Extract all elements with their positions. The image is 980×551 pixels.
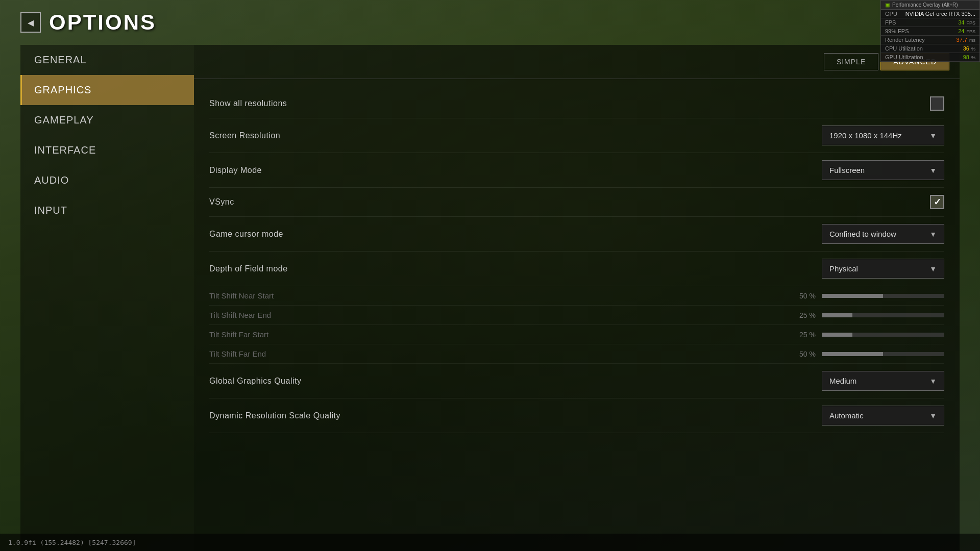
setting-game-cursor-mode: Game cursor mode Confined to window ▼ [209, 217, 944, 252]
perf-value-gpu: NVIDIA GeForce RTX 305... [905, 11, 975, 17]
global-graphics-quality-value: Medium [829, 377, 856, 385]
tilt-shift-far-start-value: 25 % [795, 331, 816, 339]
perf-label-99fps: 99% FPS [885, 28, 909, 34]
tilt-shift-near-end-label: Tilt Shift Near End [209, 311, 311, 319]
global-graphics-quality-dropdown[interactable]: Medium ▼ [822, 371, 944, 391]
perf-label-latency: Render Latency [885, 37, 925, 43]
screen-resolution-control: 980 x 551 x 144Hz ▼ [822, 126, 944, 145]
display-mode-control: Fullscreen ▼ [822, 160, 944, 180]
sidebar-item-audio[interactable]: AUDIO [20, 165, 194, 195]
setting-screen-resolution: Screen Resolution 980 x 551 x 144Hz ▼ [209, 118, 944, 153]
dynamic-resolution-label: Dynamic Resolution Scale Quality [209, 411, 340, 420]
tilt-shift-near-end-right: 25 % [795, 311, 944, 319]
depth-of-field-mode-value: Physical [829, 264, 858, 273]
depth-of-field-mode-label: Depth of Field mode [209, 264, 288, 273]
nvidia-icon: ▣ [885, 2, 890, 8]
show-all-resolutions-label: Show all resolutions [209, 99, 287, 108]
setting-vsync: VSync ✓ [209, 188, 944, 217]
sidebar-item-interface[interactable]: INTERFACE [20, 135, 194, 165]
dynamic-resolution-value: Automatic [829, 411, 864, 420]
sidebar-item-general[interactable]: GENERAL [20, 45, 194, 75]
perf-value-latency: 37.7 ms [957, 37, 975, 43]
display-mode-dropdown[interactable]: Fullscreen ▼ [822, 160, 944, 180]
game-cursor-mode-label: Game cursor mode [209, 230, 283, 239]
display-mode-arrow: ▼ [929, 166, 937, 174]
vsync-check-mark: ✓ [934, 196, 941, 208]
tilt-shift-near-start-value: 50 % [795, 292, 816, 300]
vsync-control: ✓ [930, 195, 944, 209]
screen-resolution-value: 980 x 551 x 144Hz [829, 131, 902, 140]
tilt-shift-near-end-track[interactable] [822, 313, 944, 317]
depth-of-field-mode-dropdown[interactable]: Physical ▼ [822, 259, 944, 279]
setting-depth-of-field-mode: Depth of Field mode Physical ▼ [209, 252, 944, 286]
perf-value-99fps: 24 FPS [958, 28, 975, 34]
tilt-shift-far-start-fill [822, 333, 852, 337]
game-cursor-mode-arrow: ▼ [929, 230, 937, 238]
tilt-shift-far-start-right: 25 % [795, 331, 944, 339]
settings-scroll[interactable]: Show all resolutions Screen Resolution 1… [194, 79, 960, 551]
slider-tilt-shift-far-start: Tilt Shift Far Start 25 % [209, 325, 944, 344]
perf-label-cpu: CPU Utilization [885, 45, 923, 52]
perf-label-gpu-util: GPU Utilization [885, 54, 923, 60]
perf-row-cpu: CPU Utilization 36 % [881, 44, 979, 53]
dynamic-resolution-control: Automatic ▼ [822, 406, 944, 425]
show-all-resolutions-checkbox[interactable] [930, 96, 944, 111]
global-graphics-quality-arrow: ▼ [929, 377, 937, 385]
tilt-shift-near-end-value: 25 % [795, 311, 816, 319]
game-cursor-mode-dropdown[interactable]: Confined to window ▼ [822, 224, 944, 244]
depth-of-field-mode-control: Physical ▼ [822, 259, 944, 279]
vsync-label: VSync [209, 197, 234, 207]
screen-resolution-arrow: ▼ [929, 132, 937, 140]
setting-dynamic-resolution: Dynamic Resolution Scale Quality Automat… [209, 398, 944, 433]
tab-bar: SIMPLE ADVANCED [194, 45, 960, 79]
perf-value-cpu: 36 % [963, 45, 975, 52]
header: ◀ OPTIONS [0, 0, 980, 45]
version-text: 1.0.9fi (155.24482) [5247.32669] [8, 539, 136, 546]
back-button[interactable]: ◀ [20, 12, 41, 33]
sidebar-item-input[interactable]: INPUT [20, 195, 194, 226]
sidebar-item-graphics[interactable]: GRAPHICS [20, 75, 194, 105]
content-area: GENERAL GRAPHICS GAMEPLAY INTERFACE AUDI… [0, 45, 980, 551]
tilt-shift-far-end-right: 50 % [795, 350, 944, 358]
screen-resolution-label: Screen Resolution [209, 131, 280, 140]
depth-of-field-mode-arrow: ▼ [929, 265, 937, 273]
perf-row-gpu-util: GPU Utilization 98 % [881, 53, 979, 62]
perf-label-gpu: GPU [885, 11, 897, 17]
sidebar-item-gameplay[interactable]: GAMEPLAY [20, 105, 194, 135]
perf-title: Performance Overlay (Alt+R) [892, 2, 958, 8]
perf-row-gpu: GPU NVIDIA GeForce RTX 305... [881, 10, 979, 18]
game-cursor-mode-value: Confined to window [829, 230, 896, 238]
tilt-shift-near-start-track[interactable] [822, 294, 944, 298]
perf-value-fps: 34 FPS [958, 19, 975, 26]
display-mode-label: Display Mode [209, 166, 262, 175]
slider-tilt-shift-near-start: Tilt Shift Near Start 50 % [209, 286, 944, 306]
setting-global-graphics-quality: Global Graphics Quality Medium ▼ [209, 364, 944, 398]
tilt-shift-far-end-fill [822, 352, 883, 356]
tilt-shift-near-end-fill [822, 313, 852, 317]
game-cursor-mode-control: Confined to window ▼ [822, 224, 944, 244]
display-mode-value: Fullscreen [829, 166, 865, 174]
vsync-checkbox[interactable]: ✓ [930, 195, 944, 209]
perf-row-fps: FPS 34 FPS [881, 18, 979, 27]
slider-tilt-shift-near-end: Tilt Shift Near End 25 % [209, 306, 944, 325]
show-all-resolutions-control [930, 96, 944, 111]
dynamic-resolution-arrow: ▼ [929, 412, 937, 420]
dynamic-resolution-dropdown[interactable]: Automatic ▼ [822, 406, 944, 425]
tilt-shift-near-start-right: 50 % [795, 292, 944, 300]
tilt-shift-near-start-fill [822, 294, 883, 298]
tab-simple[interactable]: SIMPLE [824, 53, 878, 70]
global-graphics-quality-control: Medium ▼ [822, 371, 944, 391]
screen-resolution-dropdown[interactable]: 980 x 551 x 144Hz ▼ [822, 126, 944, 145]
tilt-shift-far-start-label: Tilt Shift Far Start [209, 330, 311, 339]
tilt-shift-near-start-label: Tilt Shift Near Start [209, 291, 311, 300]
perf-header: ▣ Performance Overlay (Alt+R) [881, 1, 979, 10]
setting-display-mode: Display Mode Fullscreen ▼ [209, 153, 944, 188]
perf-row-latency: Render Latency 37.7 ms [881, 36, 979, 44]
perf-value-gpu-util: 98 % [963, 54, 975, 60]
slider-tilt-shift-far-end: Tilt Shift Far End 50 % [209, 344, 944, 364]
performance-overlay: ▣ Performance Overlay (Alt+R) GPU NVIDIA… [880, 0, 980, 62]
tilt-shift-far-end-track[interactable] [822, 352, 944, 356]
tilt-shift-far-start-track[interactable] [822, 333, 944, 337]
global-graphics-quality-label: Global Graphics Quality [209, 377, 301, 386]
sidebar: GENERAL GRAPHICS GAMEPLAY INTERFACE AUDI… [20, 45, 194, 551]
